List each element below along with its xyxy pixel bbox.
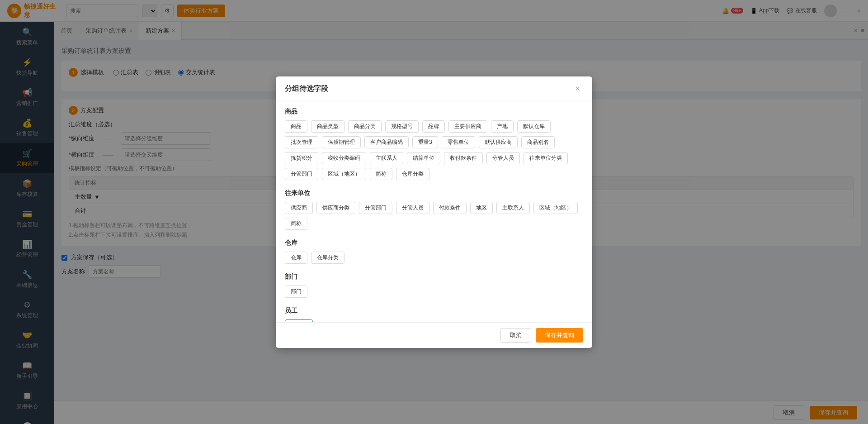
- field-section-title: 员工: [285, 307, 583, 315]
- field-tag[interactable]: 区域（地区）: [533, 202, 578, 214]
- field-tag[interactable]: 分管部门: [359, 202, 392, 214]
- field-tag[interactable]: 分管部门: [285, 168, 318, 180]
- field-tag[interactable]: 品牌: [422, 120, 445, 133]
- field-tag[interactable]: 零售单位: [442, 136, 475, 148]
- field-tag[interactable]: 默认仓库: [517, 120, 551, 133]
- field-tag[interactable]: 仓库分类: [311, 252, 344, 264]
- modal-title: 分组待选字段: [285, 84, 328, 94]
- modal-close-button[interactable]: ×: [572, 84, 583, 95]
- field-tag[interactable]: 部门: [285, 286, 307, 298]
- field-tag[interactable]: 批次管理: [285, 136, 318, 148]
- field-tags: 商品商品类型商品分类规格型号品牌主要供应商产地默认仓库批次管理保质期管理客户商品…: [285, 120, 583, 180]
- field-tags: 仓库仓库分类: [285, 252, 583, 264]
- modal-body: 商品商品商品类型商品分类规格型号品牌主要供应商产地默认仓库批次管理保质期管理客户…: [276, 100, 592, 322]
- field-tag[interactable]: 主联系人: [496, 202, 530, 214]
- field-section: 往来单位供应商供应商分类分管部门分管人员付款条件地区主联系人区域（地区）简称: [285, 189, 583, 230]
- field-tag[interactable]: 主联系人: [370, 152, 403, 164]
- field-tag[interactable]: 仓库分类: [396, 168, 429, 180]
- field-section: 仓库仓库仓库分类: [285, 239, 583, 264]
- field-tag[interactable]: 规格型号: [385, 120, 419, 133]
- field-tag[interactable]: 商品别名: [521, 136, 555, 148]
- field-tag[interactable]: 付款条件: [433, 202, 467, 214]
- field-tag[interactable]: 保质期管理: [322, 136, 361, 148]
- field-tag[interactable]: 往来单位分类: [524, 152, 568, 164]
- field-tag[interactable]: 分管人员: [396, 202, 429, 214]
- field-tags: 部门: [285, 286, 583, 298]
- field-section: 商品商品商品类型商品分类规格型号品牌主要供应商产地默认仓库批次管理保质期管理客户…: [285, 108, 583, 180]
- field-tag[interactable]: 地区: [470, 202, 493, 214]
- field-tag[interactable]: 商品: [285, 120, 307, 133]
- field-tag[interactable]: 简称: [370, 168, 392, 180]
- field-tag[interactable]: 分管人员: [486, 152, 520, 164]
- field-tag[interactable]: 客户商品编码: [364, 136, 409, 148]
- field-section-title: 部门: [285, 273, 583, 281]
- field-section: 部门部门: [285, 273, 583, 298]
- field-tag[interactable]: 区域（地区）: [322, 168, 366, 180]
- field-section-title: 往来单位: [285, 189, 583, 197]
- field-tag[interactable]: 主要供应商: [448, 120, 487, 133]
- field-tag[interactable]: 仓库: [285, 252, 307, 264]
- field-tag[interactable]: 商品类型: [311, 120, 344, 133]
- field-tag[interactable]: 简称: [285, 218, 307, 230]
- field-tag[interactable]: 税收分类编码: [322, 152, 366, 164]
- field-tag[interactable]: 商品分类: [348, 120, 382, 133]
- modal-dialog: 分组待选字段 × 商品商品商品类型商品分类规格型号品牌主要供应商产地默认仓库批次…: [276, 76, 592, 348]
- field-tag[interactable]: 供应商: [285, 202, 313, 214]
- modal-overlay: 分组待选字段 × 商品商品商品类型商品分类规格型号品牌主要供应商产地默认仓库批次…: [0, 0, 868, 424]
- field-tag[interactable]: 默认供应商: [479, 136, 518, 148]
- field-tag[interactable]: 拣货积分: [285, 152, 318, 164]
- field-tag[interactable]: 收付款条件: [444, 152, 483, 164]
- field-tag[interactable]: 供应商分类: [316, 202, 355, 214]
- field-section: 员工业务员: [285, 307, 583, 322]
- field-tag[interactable]: 结算单位: [407, 152, 440, 164]
- modal-header: 分组待选字段 ×: [276, 76, 592, 100]
- field-section-title: 商品: [285, 108, 583, 116]
- field-section-title: 仓库: [285, 239, 583, 247]
- field-tag[interactable]: 重量3: [412, 136, 438, 148]
- field-tag[interactable]: 产地: [491, 120, 514, 133]
- modal-cancel-button[interactable]: 取消: [500, 328, 531, 343]
- modal-confirm-button[interactable]: 保存并查询: [536, 328, 583, 343]
- field-tags: 供应商供应商分类分管部门分管人员付款条件地区主联系人区域（地区）简称: [285, 202, 583, 230]
- modal-footer: 取消 保存并查询: [276, 322, 592, 348]
